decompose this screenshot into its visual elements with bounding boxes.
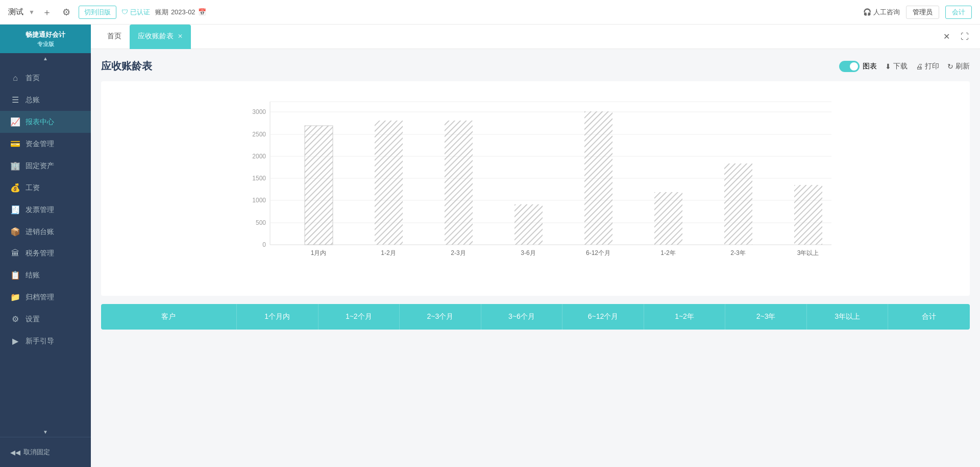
report-content: 应收账龄表 图表 ⬇ 下载 🖨 打印 — [91, 49, 980, 467]
col-2-3month: 2~3个月 — [400, 304, 481, 330]
svg-text:1-2月: 1-2月 — [381, 249, 396, 256]
sidebar-label-ledger: 总账 — [26, 96, 40, 105]
add-button[interactable]: ＋ — [40, 5, 54, 19]
tab-bar: 首页 应收账龄表 ✕ ✕ ⛶ — [91, 25, 980, 49]
table-header: 客户 1个月内 1~2个月 2~3个月 3~6个月 6~12个月 1~2年 2~… — [101, 304, 970, 330]
svg-text:1000: 1000 — [252, 197, 266, 204]
sidebar-item-archive[interactable]: 📁 归档管理 — [0, 286, 91, 308]
download-label: 下载 — [893, 62, 908, 71]
sidebar-item-settle[interactable]: 📋 结账 — [0, 264, 91, 286]
svg-rect-19 — [445, 121, 473, 245]
col-3-6month: 3~6个月 — [481, 304, 563, 330]
tab-home-label: 首页 — [107, 32, 121, 41]
svg-text:6-12个月: 6-12个月 — [586, 249, 610, 256]
toggle-thumb — [850, 62, 858, 71]
calendar-icon[interactable]: 📅 — [198, 8, 206, 16]
sidebar-scroll-up[interactable]: ▲ — [0, 53, 91, 63]
sidebar-label-purchase: 进销台账 — [26, 227, 54, 237]
top-bar: 测试 ▼ ＋ ⚙ 切到旧版 🛡 已认证 账期 2023-02 📅 🎧 人工咨询 … — [0, 0, 980, 25]
period-label: 账期 — [155, 8, 168, 17]
tab-aging[interactable]: 应收账龄表 ✕ — [130, 25, 191, 49]
chart-container: 0 500 1000 1500 2000 2500 3000 — [101, 81, 970, 296]
svg-text:2500: 2500 — [252, 131, 266, 138]
sidebar-item-settings[interactable]: ⚙ 设置 — [0, 308, 91, 330]
sidebar-label-archive: 归档管理 — [26, 293, 54, 302]
home-icon: ⌂ — [10, 74, 20, 83]
svg-text:2-3月: 2-3月 — [451, 249, 465, 256]
accountant-button[interactable]: 会计 — [945, 6, 972, 19]
sidebar-label-settle: 结账 — [26, 271, 40, 280]
certified-text: 已认证 — [130, 8, 150, 17]
sidebar-item-wage[interactable]: 💰 工资 — [0, 177, 91, 199]
sidebar-label-wage: 工资 — [26, 183, 40, 193]
svg-text:3年以上: 3年以上 — [797, 249, 819, 256]
svg-rect-21 — [584, 111, 612, 245]
svg-text:3000: 3000 — [252, 108, 266, 115]
invoice-icon: 🧾 — [10, 205, 20, 215]
sidebar: 畅捷通好会计 专业版 ▲ ⌂ 首页 ☰ 总账 📈 报表中心 💳 资金管理 🏢 — [0, 25, 91, 467]
sidebar-label-report: 报表中心 — [26, 118, 54, 127]
sidebar-item-tax[interactable]: 🏛 税务管理 — [0, 243, 91, 264]
close-window-button[interactable]: ✕ — [939, 30, 953, 44]
switch-old-version-button[interactable]: 切到旧版 — [79, 6, 116, 19]
tab-close-icon[interactable]: ✕ — [178, 33, 183, 40]
wage-icon: 💰 — [10, 183, 20, 193]
svg-text:500: 500 — [256, 219, 266, 226]
col-total: 合计 — [888, 304, 970, 330]
report-icon: 📈 — [10, 117, 20, 127]
svg-text:2-3年: 2-3年 — [730, 249, 745, 256]
tab-home[interactable]: 首页 — [99, 25, 130, 49]
sidebar-label-newbie: 新手引导 — [26, 337, 54, 346]
toggle-track[interactable] — [839, 61, 860, 72]
newbie-icon: ▶ — [10, 336, 20, 346]
sidebar-item-fund[interactable]: 💳 资金管理 — [0, 133, 91, 155]
sidebar-item-newbie[interactable]: ▶ 新手引导 — [0, 330, 91, 352]
sidebar-item-home[interactable]: ⌂ 首页 — [0, 67, 91, 89]
table-container: 客户 1个月内 1~2个月 2~3个月 3~6个月 6~12个月 1~2年 2~… — [101, 304, 970, 330]
certified-badge: 🛡 已认证 — [121, 8, 150, 17]
user-button[interactable]: 管理员 — [906, 6, 939, 19]
col-customer: 客户 — [101, 304, 237, 330]
purchase-icon: 📦 — [10, 227, 20, 237]
company-dropdown-icon[interactable]: ▼ — [29, 9, 35, 16]
sidebar-item-ledger[interactable]: ☰ 总账 — [0, 89, 91, 111]
col-3year-plus: 3年以上 — [807, 304, 889, 330]
main-layout: 畅捷通好会计 专业版 ▲ ⌂ 首页 ☰ 总账 📈 报表中心 💳 资金管理 🏢 — [0, 25, 980, 467]
sidebar-label-tax: 税务管理 — [26, 249, 54, 258]
sidebar-nav: ⌂ 首页 ☰ 总账 📈 报表中心 💳 资金管理 🏢 固定资产 💰 工资 — [0, 63, 91, 427]
chart-svg-wrapper: 0 500 1000 1500 2000 2500 3000 — [111, 91, 960, 275]
sidebar-bottom: ◀◀ 取消固定 — [0, 437, 91, 467]
expand-button[interactable]: ⛶ — [958, 30, 972, 44]
tax-icon: 🏛 — [10, 249, 20, 258]
sidebar-item-purchase[interactable]: 📦 进销台账 — [0, 221, 91, 243]
sidebar-scroll-down[interactable]: ▼ — [0, 427, 91, 437]
sidebar-item-invoice[interactable]: 🧾 发票管理 — [0, 199, 91, 221]
pin-button[interactable]: ◀◀ 取消固定 — [0, 442, 91, 462]
sidebar-item-asset[interactable]: 🏢 固定资产 — [0, 155, 91, 177]
headset-icon: 🎧 — [863, 8, 871, 16]
chart-toggle[interactable]: 图表 — [839, 61, 877, 72]
settings-icon-button[interactable]: ⚙ — [59, 5, 74, 19]
col-2-3year: 2~3年 — [725, 304, 807, 330]
sidebar-label-asset: 固定资产 — [26, 161, 54, 171]
col-6-12month: 6~12个月 — [562, 304, 644, 330]
refresh-button[interactable]: ↻ 刷新 — [947, 62, 970, 71]
consult-button[interactable]: 🎧 人工咨询 — [863, 8, 900, 17]
report-actions: 图表 ⬇ 下载 🖨 打印 ↻ 刷新 — [839, 61, 970, 72]
svg-text:2000: 2000 — [252, 153, 266, 160]
pin-label: 取消固定 — [23, 448, 50, 457]
tab-bar-right: ✕ ⛶ — [939, 30, 972, 44]
report-title: 应收账龄表 — [101, 59, 152, 73]
shield-icon: 🛡 — [121, 8, 128, 16]
consult-label: 人工咨询 — [873, 8, 900, 17]
print-button[interactable]: 🖨 打印 — [916, 62, 939, 71]
print-icon: 🖨 — [916, 62, 923, 71]
pin-icon: ◀◀ — [10, 449, 20, 456]
svg-rect-24 — [794, 185, 822, 245]
top-bar-left: 测试 ▼ ＋ ⚙ 切到旧版 🛡 已认证 账期 2023-02 📅 — [8, 5, 857, 19]
ledger-icon: ☰ — [10, 95, 20, 105]
bar-chart: 0 500 1000 1500 2000 2500 3000 — [111, 91, 960, 275]
svg-text:1月内: 1月内 — [311, 249, 327, 256]
sidebar-item-report[interactable]: 📈 报表中心 — [0, 111, 91, 133]
download-button[interactable]: ⬇ 下载 — [885, 62, 908, 71]
